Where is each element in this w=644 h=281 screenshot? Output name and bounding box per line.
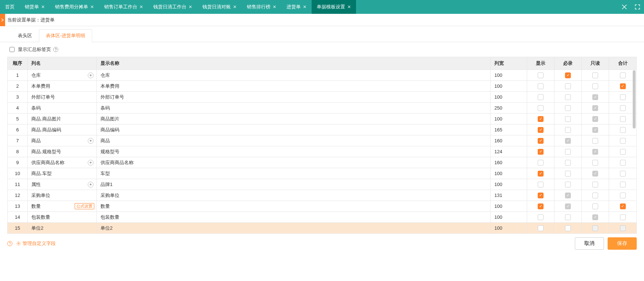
cell-width[interactable]: 165 bbox=[491, 124, 527, 135]
checkbox[interactable] bbox=[565, 225, 571, 231]
checkbox[interactable] bbox=[538, 94, 544, 100]
checkbox[interactable] bbox=[620, 171, 626, 177]
checkbox[interactable] bbox=[538, 214, 544, 220]
add-sub-column-button[interactable]: + bbox=[88, 138, 94, 144]
add-sub-column-button[interactable]: + bbox=[88, 72, 94, 78]
tab-7[interactable]: 进货单✕ bbox=[281, 0, 312, 14]
checkbox[interactable] bbox=[538, 105, 544, 111]
table-row[interactable]: 5商品.商品图片商品图片100 bbox=[8, 113, 636, 124]
cell-display[interactable]: 外部订单号 bbox=[97, 92, 491, 102]
checkbox[interactable] bbox=[620, 72, 626, 78]
cell-width[interactable]: 100 bbox=[491, 212, 527, 222]
cancel-button[interactable]: 取消 bbox=[575, 237, 604, 250]
checkbox[interactable] bbox=[565, 182, 571, 187]
cell-width[interactable]: 100 bbox=[491, 114, 527, 124]
tab-5[interactable]: 钱货日清对账✕ bbox=[197, 0, 242, 14]
checkbox[interactable] bbox=[565, 83, 571, 89]
table-row[interactable]: 2本单费用本单费用100 bbox=[8, 80, 636, 91]
checkbox[interactable] bbox=[620, 94, 626, 100]
table-row[interactable]: 13数量公式设置数量100 bbox=[8, 201, 636, 211]
cell-width[interactable]: 100 bbox=[491, 70, 527, 80]
checkbox[interactable] bbox=[538, 160, 544, 166]
checkbox[interactable] bbox=[565, 105, 571, 111]
checkbox[interactable] bbox=[592, 193, 598, 198]
cell-width[interactable]: 131 bbox=[491, 190, 527, 201]
tab-4[interactable]: 钱货日清工作台✕ bbox=[148, 0, 197, 14]
checkbox[interactable] bbox=[538, 72, 544, 78]
expand-handle[interactable] bbox=[0, 14, 5, 26]
checkbox[interactable] bbox=[620, 127, 626, 133]
tab-1[interactable]: 销货单✕ bbox=[20, 0, 50, 14]
checkbox[interactable] bbox=[565, 171, 571, 177]
tab-close-icon[interactable]: ✕ bbox=[189, 4, 192, 9]
checkbox[interactable] bbox=[592, 203, 598, 209]
cell-width[interactable]: 160 bbox=[491, 135, 527, 146]
checkbox[interactable] bbox=[620, 160, 626, 166]
table-row[interactable]: 10商品.车型车型100 bbox=[8, 168, 636, 179]
checkbox[interactable] bbox=[565, 72, 571, 78]
table-row[interactable]: 4条码条码250 bbox=[8, 102, 636, 113]
checkbox[interactable] bbox=[565, 116, 571, 122]
cell-width[interactable]: 100 bbox=[491, 201, 527, 211]
cell-width[interactable]: 100 bbox=[491, 223, 527, 233]
close-all-tabs-button[interactable] bbox=[618, 0, 631, 14]
checkbox[interactable] bbox=[592, 160, 598, 166]
tab-close-icon[interactable]: ✕ bbox=[347, 4, 351, 9]
checkbox[interactable] bbox=[538, 193, 544, 198]
checkbox[interactable] bbox=[565, 127, 571, 133]
fullscreen-button[interactable] bbox=[631, 0, 644, 14]
table-row[interactable]: 15单位2单位2100 bbox=[8, 222, 636, 233]
cell-display[interactable]: 商品编码 bbox=[97, 124, 491, 135]
cell-display[interactable]: 采购单位 bbox=[97, 190, 491, 201]
tab-close-icon[interactable]: ✕ bbox=[41, 4, 45, 9]
tab-0[interactable]: 首页 bbox=[0, 0, 20, 14]
tab-6[interactable]: 销售排行榜✕ bbox=[242, 0, 281, 14]
checkbox[interactable] bbox=[620, 116, 626, 122]
footer-help-icon[interactable]: ? bbox=[7, 241, 12, 246]
help-icon[interactable]: ? bbox=[53, 47, 58, 52]
cell-width[interactable]: 100 bbox=[491, 179, 527, 190]
table-row[interactable]: 8商品.规格型号规格型号124 bbox=[8, 146, 636, 157]
checkbox[interactable] bbox=[538, 225, 544, 231]
cell-display[interactable]: 商品图片 bbox=[97, 114, 491, 124]
checkbox[interactable] bbox=[565, 160, 571, 166]
tab-close-icon[interactable]: ✕ bbox=[90, 4, 94, 9]
tab-2[interactable]: 销售费用分摊单✕ bbox=[50, 0, 99, 14]
checkbox[interactable] bbox=[620, 149, 626, 155]
tab-close-icon[interactable]: ✕ bbox=[139, 4, 143, 9]
checkbox[interactable] bbox=[620, 83, 626, 89]
tab-3[interactable]: 销售订单工作台✕ bbox=[99, 0, 148, 14]
checkbox[interactable] bbox=[538, 127, 544, 133]
checkbox[interactable] bbox=[592, 72, 598, 78]
table-row[interactable]: 14包装数量包装数量100 bbox=[8, 211, 636, 222]
checkbox[interactable] bbox=[538, 149, 544, 155]
cell-width[interactable]: 124 bbox=[491, 146, 527, 157]
table-row[interactable]: 7商品+商品160 bbox=[8, 135, 636, 146]
table-row[interactable]: 9供应商商品名称+供应商商品名称160 bbox=[8, 157, 636, 168]
table-row[interactable]: 11属性+品牌1100 bbox=[8, 179, 636, 190]
tab-close-icon[interactable]: ✕ bbox=[273, 4, 276, 9]
checkbox[interactable] bbox=[620, 203, 626, 209]
checkbox[interactable] bbox=[538, 171, 544, 177]
tab-close-icon[interactable]: ✕ bbox=[233, 4, 237, 9]
cell-display[interactable]: 车型 bbox=[97, 168, 491, 179]
add-sub-column-button[interactable]: + bbox=[88, 160, 94, 166]
cell-display[interactable]: 单位2 bbox=[97, 223, 491, 233]
checkbox[interactable] bbox=[565, 94, 571, 100]
cell-width[interactable]: 250 bbox=[491, 103, 527, 113]
checkbox[interactable] bbox=[538, 116, 544, 122]
cell-display[interactable]: 规格型号 bbox=[97, 146, 491, 157]
checkbox[interactable] bbox=[538, 138, 544, 144]
cell-width[interactable]: 100 bbox=[491, 81, 527, 91]
checkbox[interactable] bbox=[538, 83, 544, 89]
manage-custom-fields-link[interactable]: 管理自定义字段 bbox=[16, 240, 56, 247]
checkbox[interactable] bbox=[592, 182, 598, 187]
cell-width[interactable]: 100 bbox=[491, 168, 527, 179]
checkbox[interactable] bbox=[620, 182, 626, 187]
cell-width[interactable]: 160 bbox=[491, 157, 527, 168]
tab-close-icon[interactable]: ✕ bbox=[303, 4, 307, 9]
add-sub-column-button[interactable]: + bbox=[88, 182, 94, 187]
table-row[interactable]: 6商品.商品编码商品编码165 bbox=[8, 124, 636, 135]
cell-display[interactable]: 供应商商品名称 bbox=[97, 157, 491, 168]
save-button[interactable]: 保存 bbox=[608, 237, 637, 250]
